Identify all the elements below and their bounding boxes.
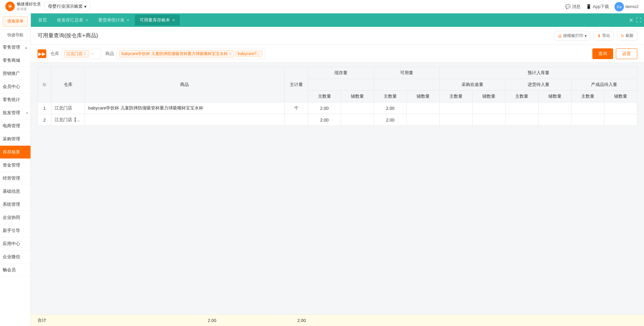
sidebar-item-retail-mall[interactable]: 零售商城 <box>0 54 31 67</box>
refresh-icon: ↻ <box>621 34 624 38</box>
tab-bar-actions: ✕ ⛶ <box>629 17 641 24</box>
row2-prod-main <box>571 114 604 126</box>
th-current-aux-qty: 辅数量 <box>341 91 374 102</box>
filter-area: ▶▶ 仓库 江北门店 ✕ ··· 商品 babycar <box>31 45 644 63</box>
sidebar-item-marketing[interactable]: 营销推广 <box>0 67 31 80</box>
th-pt-aux: 辅数量 <box>473 91 505 102</box>
sidebar-item-sys-mgmt[interactable]: 系统管理 <box>0 198 31 211</box>
sidebar-item-basic-info[interactable]: 基础信息 <box>0 185 31 198</box>
export-label: 导出 <box>602 33 610 39</box>
sidebar-item-label: 零售管理 <box>3 44 20 50</box>
query-btn[interactable]: 查询 <box>592 48 613 59</box>
sidebar-item-finance-mgmt[interactable]: 资金管理 <box>0 159 31 172</box>
chevron-up-icon: ▲ <box>24 46 28 49</box>
product-tag2: babycare?... <box>235 51 262 57</box>
row2-available-aux <box>407 114 439 126</box>
row1-prod-aux <box>604 102 637 114</box>
product-filter: 商品 babycare学饮杯 儿童防摔防撞吸管杯重力球吸嘴杯宝宝水杯 ✕ bab… <box>105 49 265 59</box>
user-name: demo2 <box>625 4 639 9</box>
setting-btn[interactable]: 设置 <box>616 48 637 59</box>
sidebar-item-app-center[interactable]: 应用中心 <box>0 237 31 250</box>
sidebar-item-label: 电商管理 <box>3 123 20 129</box>
warehouse-input[interactable]: 江北门店 ✕ ··· <box>61 49 101 59</box>
sidebar-item-wholesale-mgmt[interactable]: 批发管理 ▾ <box>0 106 31 120</box>
tab-home[interactable]: 首页 <box>34 15 52 26</box>
sidebar-item-ops-mgmt[interactable]: 经营管理 <box>0 172 31 185</box>
th-available-aux-qty: 辅数量 <box>407 91 439 102</box>
th-product-pending: 产成品待入量 <box>571 79 637 91</box>
sidebar-item-member-center[interactable]: 会员中心 <box>0 80 31 93</box>
refresh-btn[interactable]: ↻ 刷新 <box>617 31 637 41</box>
footer-label: 合计 <box>38 317 88 323</box>
th-warehouse: 仓库 <box>51 67 85 102</box>
chevron-down-icon: ▾ <box>26 111 28 115</box>
th-prod-main: 主数量 <box>571 91 604 102</box>
tab-available-ledger-close[interactable]: ✕ <box>172 18 175 22</box>
sidebar-item-label: 资金管理 <box>3 162 20 168</box>
th-purchase-transit: 采购在途量 <box>440 79 505 91</box>
sidebar-search-btn[interactable]: 搜索菜单 <box>3 16 28 27</box>
filter-toggle-btn[interactable]: ▶▶ <box>38 49 46 58</box>
tab-recv-summary[interactable]: 收发存汇总表 ✕ <box>52 15 93 26</box>
sidebar-item-enterprise-wechat[interactable]: 企业微信 <box>0 250 31 264</box>
row1-current-main: 2.00 <box>308 102 341 114</box>
settings-gear-icon[interactable]: ⚙ <box>42 82 47 87</box>
sidebar-item-label: 批发管理 <box>3 110 20 116</box>
th-pt-main: 主数量 <box>440 91 473 102</box>
user-area[interactable]: Ea demo2 <box>614 2 639 11</box>
sidebar-nav-btn[interactable]: 快捷导航 <box>0 30 31 41</box>
sidebar-item-purchase-mgmt[interactable]: 采购管理 <box>0 133 31 146</box>
export-btn[interactable]: ⬆ 导出 <box>594 31 614 41</box>
data-table: ⚙ 仓库 商品 主计量 现存量 可用量 预计入库量 采购在途量 <box>38 67 637 126</box>
tab-recv-summary-close[interactable]: ✕ <box>85 18 88 22</box>
product-input[interactable]: babycare学饮杯 儿童防摔防撞吸管杯重力球吸嘴杯宝宝水杯 ✕ babyca… <box>116 49 265 59</box>
tab-recv-summary-label: 收发存汇总表 <box>57 17 83 23</box>
sidebar-item-ecommerce-mgmt[interactable]: 电商管理 <box>0 120 31 133</box>
company-selector[interactable]: 母婴行业演示账套 ▾ <box>44 2 90 11</box>
sidebar-item-new-guide[interactable]: 新手引导 <box>0 224 31 237</box>
sidebar-item-label: 新手引导 <box>3 228 20 234</box>
table-row: 2 江北门店【... 2.00 2.00 <box>38 114 637 126</box>
sidebar-item-member[interactable]: 畅会员 <box>0 264 31 277</box>
message-label: 消息 <box>572 4 581 10</box>
avatar: Ea <box>614 2 624 11</box>
product-tag1-close[interactable]: ✕ <box>229 52 232 56</box>
sidebar-item-label: 企业协同 <box>3 215 20 221</box>
warehouse-tag-close[interactable]: ✕ <box>84 52 87 56</box>
message-btn[interactable]: 💬 消息 <box>565 4 581 10</box>
warehouse-label: 仓库 <box>50 51 59 57</box>
row1-available-main: 2.00 <box>374 102 407 114</box>
sidebar-item-inventory[interactable]: 库存核算 <box>0 146 31 159</box>
row1-pt-aux <box>473 102 505 114</box>
dropdown-chevron-icon: ▾ <box>585 34 587 38</box>
export-icon: ⬆ <box>597 34 601 38</box>
tab-close-all-btn[interactable]: ✕ <box>629 17 633 24</box>
row2-prod-aux <box>604 114 637 126</box>
sidebar-item-label: 企业微信 <box>3 254 20 260</box>
page-actions: 🖨 按模板打印 ▾ ⬆ 导出 ↻ 刷新 <box>554 31 637 41</box>
row1-prod-main <box>571 102 604 114</box>
tab-available-ledger-label: 可用量库存账本 <box>140 17 170 23</box>
th-available-main-qty: 主数量 <box>374 91 407 102</box>
tab-fullscreen-btn[interactable]: ⛶ <box>636 17 641 24</box>
tab-order-stats-label: 要货单统计表 <box>98 17 124 23</box>
warehouse-more-icon[interactable]: ··· <box>90 51 95 57</box>
warehouse-tag-value: 江北门店 <box>66 51 83 57</box>
sidebar-item-retail-mgmt[interactable]: 零售管理 ▲ <box>0 41 31 54</box>
tab-available-ledger[interactable]: 可用量库存账本 ✕ <box>135 15 180 26</box>
logo-text: 畅捷通好生意 <box>17 2 41 6</box>
logo-subtext: 标准版 <box>17 7 41 11</box>
tab-order-stats-close[interactable]: ✕ <box>126 18 129 22</box>
app-download-btn[interactable]: 📱 App下载 <box>586 4 609 10</box>
tab-order-stats[interactable]: 要货单统计表 ✕ <box>94 15 134 26</box>
th-available: 可用量 <box>374 67 439 79</box>
top-bar: 畅捷通好生意 标准版 母婴行业演示账套 ▾ 💬 消息 📱 App下载 Ea de… <box>0 0 644 13</box>
table-footer: 合计 2.00 2.00 <box>31 314 644 326</box>
sidebar-item-label: 系统管理 <box>3 201 20 207</box>
sidebar-item-enterprise-collab[interactable]: 企业协同 <box>0 211 31 224</box>
print-template-btn[interactable]: 🖨 按模板打印 ▾ <box>554 31 590 41</box>
row1-pp-main <box>505 102 538 114</box>
main-layout: 搜索菜单 快捷导航 零售管理 ▲ 零售商城 营销推广 会员中心 零售统计 批发管… <box>0 13 644 326</box>
sidebar-item-retail-stats[interactable]: 零售统计 <box>0 93 31 106</box>
th-current-stock: 现存量 <box>308 67 374 79</box>
